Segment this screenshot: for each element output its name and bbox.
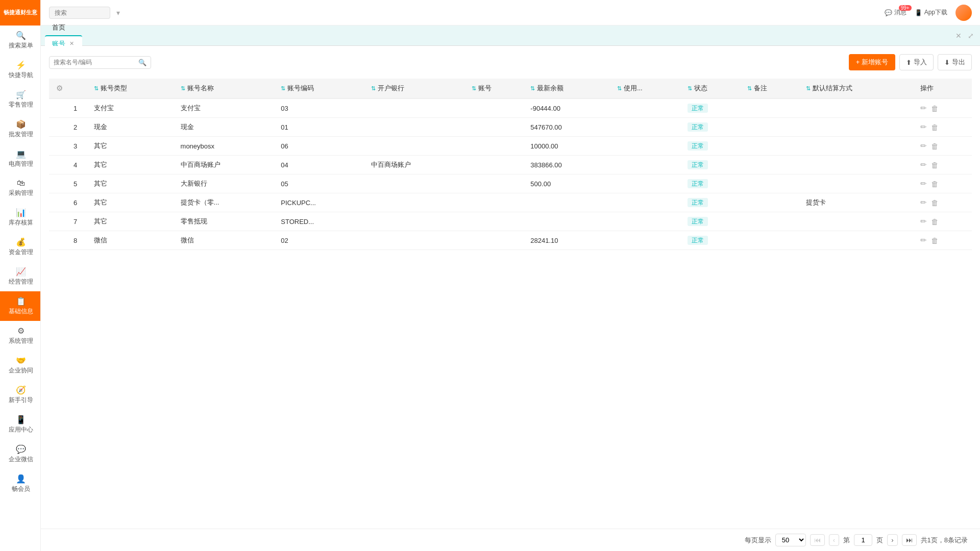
sort-icon-code[interactable]: ⇅ — [281, 85, 285, 92]
add-account-button[interactable]: + 新增账号 — [849, 54, 895, 70]
page-next-button[interactable]: › — [887, 534, 897, 546]
sort-icon-remark[interactable]: ⇅ — [747, 85, 752, 92]
dropdown-icon[interactable]: ▾ — [116, 9, 120, 17]
sidebar-item-wholesale[interactable]: 📦批发管理 — [0, 114, 40, 144]
edit-button-5[interactable]: ✏ — [920, 198, 927, 207]
edit-button-1[interactable]: ✏ — [920, 122, 927, 132]
sidebar-label-basic: 基础信息 — [9, 307, 33, 316]
row-usage-2 — [613, 137, 683, 156]
row-index-5: 6 — [69, 193, 90, 212]
tab-expand-button[interactable]: ⤢ — [966, 30, 976, 42]
search-input[interactable] — [54, 59, 138, 66]
delete-button-7[interactable]: 🗑 — [931, 236, 939, 245]
user-avatar[interactable] — [955, 5, 972, 21]
sidebar-item-wechat[interactable]: 💬企业微信 — [0, 439, 40, 469]
table-row: 3 其它 moneybosx 06 10000.00 正常 ✏ 🗑 — [49, 137, 972, 156]
row-action-7: ✏ 🗑 — [916, 231, 972, 250]
edit-button-7[interactable]: ✏ — [920, 236, 927, 245]
row-default-payment-3 — [802, 156, 916, 174]
row-default-payment-6 — [802, 212, 916, 231]
delete-button-5[interactable]: 🗑 — [931, 198, 939, 207]
row-bank-4 — [367, 174, 468, 193]
row-type-3: 其它 — [90, 156, 177, 174]
delete-button-6[interactable]: 🗑 — [931, 217, 939, 226]
sort-icon-default-payment[interactable]: ⇅ — [806, 85, 811, 92]
sidebar-item-operations[interactable]: 📈经营管理 — [0, 262, 40, 291]
sort-icon-name[interactable]: ⇅ — [181, 85, 185, 92]
delete-button-2[interactable]: 🗑 — [931, 142, 939, 151]
row-bank-3: 中百商场账户 — [367, 156, 468, 174]
sidebar-item-appcenter[interactable]: 📱应用中心 — [0, 410, 40, 439]
table-settings-icon[interactable]: ⚙ — [56, 84, 63, 92]
row-remark-5 — [743, 193, 802, 212]
sidebar-item-ecommerce[interactable]: 💻电商管理 — [0, 144, 40, 173]
row-remark-0 — [743, 98, 802, 118]
sidebar-item-search[interactable]: 🔍搜索菜单 — [0, 26, 40, 55]
delete-button-4[interactable]: 🗑 — [931, 180, 939, 188]
row-default-payment-0 — [802, 98, 916, 118]
tab-bar: 首页账号✕ ✕ ⤢ — [41, 26, 980, 46]
export-icon: ⬇ — [944, 59, 950, 66]
row-default-payment-7 — [802, 231, 916, 250]
edit-button-4[interactable]: ✏ — [920, 179, 927, 188]
sort-icon-bank[interactable]: ⇅ — [371, 85, 376, 92]
sidebar-item-shortcut[interactable]: ⚡快捷导航 — [0, 55, 40, 85]
sidebar-label-agreement: 企业协同 — [9, 366, 33, 375]
tab-close-button[interactable]: ✕ — [953, 30, 964, 42]
delete-button-1[interactable]: 🗑 — [931, 123, 939, 132]
sort-icon-account[interactable]: ⇅ — [472, 85, 476, 92]
row-type-2: 其它 — [90, 137, 177, 156]
row-account-7 — [468, 231, 526, 250]
edit-button-6[interactable]: ✏ — [920, 217, 927, 226]
accounts-table-wrap: ⚙ ⇅账号类型 ⇅账号名称 ⇅账号编码 ⇅开户银行 ⇅账号 ⇅最新余额 ⇅使用.… — [49, 79, 972, 250]
export-button[interactable]: ⬇ 导出 — [938, 54, 972, 70]
sidebar-item-guide[interactable]: 🧭新手引导 — [0, 380, 40, 410]
sidebar-item-member[interactable]: 👤畅会员 — [0, 469, 40, 498]
row-account-2 — [468, 137, 526, 156]
edit-button-0[interactable]: ✏ — [920, 104, 927, 113]
sidebar-item-agreement[interactable]: 🤝企业协同 — [0, 350, 40, 380]
sidebar-item-retail[interactable]: 🛒零售管理 — [0, 85, 40, 114]
page-first-button[interactable]: ⏮ — [810, 534, 825, 546]
delete-button-3[interactable]: 🗑 — [931, 161, 939, 169]
row-type-5: 其它 — [90, 193, 177, 212]
delete-button-0[interactable]: 🗑 — [931, 104, 939, 113]
toolbar: 🔍 + 新增账号 ⬆ 导入 ⬇ 导出 — [49, 54, 972, 70]
action-icons-2: ✏ 🗑 — [920, 141, 968, 151]
pagination: 每页显示 50 20 100 ⏮ ‹ 第 页 › ⏭ 共1页，8条记录 — [41, 529, 980, 551]
row-balance-5 — [526, 193, 613, 212]
sidebar-item-system[interactable]: ⚙系统管理 — [0, 321, 40, 350]
page-input[interactable] — [854, 534, 872, 546]
sort-icon-balance[interactable]: ⇅ — [530, 85, 535, 92]
edit-button-2[interactable]: ✏ — [920, 141, 927, 151]
page-prev-button[interactable]: ‹ — [829, 534, 839, 546]
table-row: 1 支付宝 支付宝 03 -90444.00 正常 ✏ 🗑 — [49, 98, 972, 118]
sidebar-item-inventory[interactable]: 📊库存核算 — [0, 203, 40, 232]
top-search-input[interactable] — [49, 7, 110, 19]
row-code-1: 01 — [277, 118, 367, 137]
sort-icon-status[interactable]: ⇅ — [688, 85, 692, 92]
status-badge-3: 正常 — [688, 160, 708, 169]
sidebar: 畅捷通财生意 🔍搜索菜单⚡快捷导航🛒零售管理📦批发管理💻电商管理🛍采购管理📊库存… — [0, 0, 41, 551]
row-name-7: 微信 — [177, 231, 277, 250]
row-remark-1 — [743, 118, 802, 137]
sidebar-item-purchase[interactable]: 🛍采购管理 — [0, 173, 40, 203]
sort-icon-type[interactable]: ⇅ — [94, 85, 99, 92]
sort-icon-usage[interactable]: ⇅ — [617, 85, 622, 92]
messages-button[interactable]: 💬 消息 99+ — [885, 8, 906, 17]
page-last-button[interactable]: ⏭ — [902, 534, 917, 546]
tab-home[interactable]: 首页 — [45, 20, 82, 35]
sidebar-label-purchase: 采购管理 — [9, 189, 33, 197]
app-download-button[interactable]: 📱 App下载 — [915, 8, 947, 17]
import-button[interactable]: ⬆ 导入 — [899, 54, 934, 70]
table-row: 2 现金 现金 01 547670.00 正常 ✏ 🗑 — [49, 118, 972, 137]
per-page-select[interactable]: 50 20 100 — [775, 534, 806, 546]
row-bank-7 — [367, 231, 468, 250]
row-index-7: 8 — [69, 231, 90, 250]
action-icons-3: ✏ 🗑 — [920, 160, 968, 169]
sidebar-item-basic[interactable]: 📋基础信息 — [0, 291, 40, 321]
row-remark-7 — [743, 231, 802, 250]
table-row: 5 其它 大新银行 05 500.00 正常 ✏ 🗑 — [49, 174, 972, 193]
sidebar-item-finance[interactable]: 💰资金管理 — [0, 232, 40, 262]
edit-button-3[interactable]: ✏ — [920, 160, 927, 169]
